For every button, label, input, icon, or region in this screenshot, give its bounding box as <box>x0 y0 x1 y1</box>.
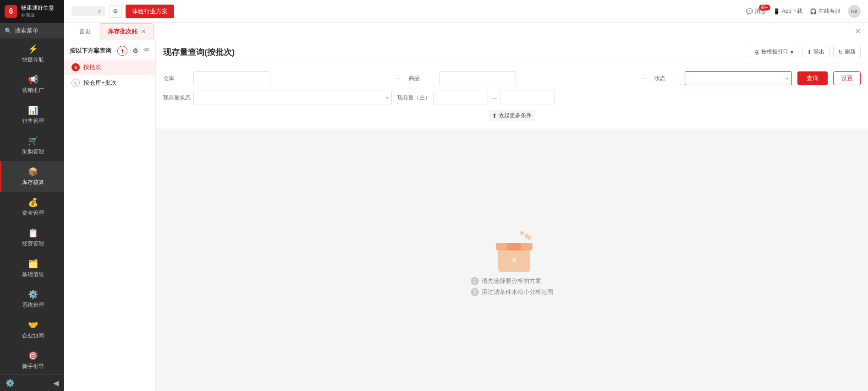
quick-nav-label: 快捷导航 <box>22 56 44 64</box>
sidebar-item-basic[interactable]: 🗂️ 基础信息 <box>0 253 64 284</box>
scheme-dot-filled: ⚙ <box>71 63 80 71</box>
sidebar-item-purchase[interactable]: 🛒 采购管理 <box>0 130 64 161</box>
sidebar-item-quick-nav[interactable]: ⚡ 快捷导航 <box>0 38 64 69</box>
user-avatar: Rit <box>848 5 861 18</box>
filter-row-1: 仓库 ··· 商品 ··· 状态 <box>163 71 861 85</box>
headset-icon: 🎧 <box>810 8 817 15</box>
sidebar-item-enterprise[interactable]: 🤝 企业协同 <box>0 315 64 345</box>
tab-inventory-batch[interactable]: 库存批次账 ✕ <box>100 23 154 40</box>
empty-hint-1: 1 请先选择要分析的方案 <box>471 277 553 285</box>
refresh-btn[interactable]: ↻ 刷新 <box>833 46 861 58</box>
app-download-btn[interactable]: 📱 App下载 <box>773 7 802 15</box>
empty-svg: ★ <box>489 224 539 274</box>
experience-btn[interactable]: 体验行业方案 <box>126 5 174 18</box>
tab-home-label: 首页 <box>79 27 91 36</box>
marketing-icon: 📢 <box>28 75 38 85</box>
collapse-label: 收起更多条件 <box>499 112 532 119</box>
scheme-dot-outline: ⊙ <box>71 79 80 87</box>
add-scheme-btn[interactable]: + <box>117 46 127 56</box>
sidebar-item-operations[interactable]: 📋 经营管理 <box>0 223 64 253</box>
hint-num-1: 1 <box>471 277 479 285</box>
sidebar-settings-icon[interactable]: ⚙️ <box>5 379 15 387</box>
tabbar: 首页 库存批次账 ✕ ✕ <box>64 23 868 40</box>
query-btn[interactable]: 查询 <box>797 71 828 85</box>
hint-text-1: 请先选择要分析的方案 <box>482 277 541 285</box>
tab-home[interactable]: 首页 <box>71 24 98 39</box>
topbar: ▾ ⚙ 体验行业方案 💬 消息 99+ 📱 App下载 🎧 在线客服 <box>64 0 868 23</box>
warehouse-input[interactable] <box>193 71 270 85</box>
search-menu-label: 搜索菜单 <box>15 27 38 35</box>
export-btn[interactable]: ⬆ 导出 <box>802 46 830 58</box>
empty-illustration: ★ <box>489 224 535 270</box>
logo-icon: 6 <box>5 5 17 18</box>
stock-quantity-end-input[interactable] <box>500 91 555 104</box>
stock-status-select[interactable] <box>193 91 392 104</box>
svg-text:★: ★ <box>510 255 518 265</box>
tabbar-close-btn[interactable]: ✕ <box>855 27 861 36</box>
stock-quantity-start-input[interactable] <box>433 91 488 104</box>
basic-label: 基础信息 <box>22 271 44 278</box>
print-btn[interactable]: 🖨 按模板打印 ▾ <box>749 46 798 58</box>
content-area: 按以下方案查询 + ⚙ ≪ ⚙ 按批次 <box>64 40 868 391</box>
sidebar-item-newguide[interactable]: 🎯 新手引导 <box>0 345 64 375</box>
tab-inventory-batch-label: 库存批次账 <box>108 27 137 36</box>
customer-service-label: 在线客服 <box>819 7 841 15</box>
tab-inventory-batch-close[interactable]: ✕ <box>141 28 146 35</box>
collapse-more-btn[interactable]: ⬆ 收起更多条件 <box>489 110 535 121</box>
goods-dots-btn[interactable]: ··· <box>641 75 646 82</box>
goods-input[interactable] <box>439 71 516 85</box>
search-menu[interactable]: 🔍 搜索菜单 <box>0 23 64 38</box>
operations-label: 经营管理 <box>22 240 44 248</box>
panel-title: 按以下方案查询 + ⚙ ≪ <box>64 46 155 60</box>
topbar-left: ▾ ⚙ 体验行业方案 <box>71 5 742 18</box>
filter-row-2: 现存量状态 ▾ 现存量（主） — <box>163 91 861 104</box>
phone-icon: 📱 <box>773 8 780 15</box>
operations-icon: 📋 <box>28 228 38 238</box>
print-icon: 🖨 <box>754 49 759 55</box>
export-icon: ⬆ <box>807 49 812 55</box>
hint-text-2: 用过滤条件来缩小分析范围 <box>482 288 553 296</box>
sales-label: 销售管理 <box>22 117 44 125</box>
user-profile-btn[interactable]: Rit <box>848 5 861 18</box>
plus-icon: + <box>121 47 124 54</box>
refresh-label: 刷新 <box>845 48 856 56</box>
enterprise-icon: 🤝 <box>28 320 38 330</box>
right-content: 现存量查询(按批次) 🖨 按模板打印 ▾ ⬆ 导出 ↻ 刷新 <box>156 40 868 391</box>
logo-text-block: 畅康通好生意 标准版 <box>21 5 54 18</box>
app-name: 畅康通好生意 <box>21 5 54 12</box>
warehouse-dots-btn[interactable]: ··· <box>395 75 401 82</box>
settings-scheme-btn[interactable]: ⚙ <box>130 46 140 56</box>
messages-btn[interactable]: 💬 消息 99+ <box>746 7 766 15</box>
sidebar-collapse-icon[interactable]: ◀ <box>53 379 59 387</box>
system-label: 系统管理 <box>22 301 44 309</box>
scheme-by-batch[interactable]: ⚙ 按批次 <box>64 60 155 75</box>
system-icon: ⚙️ <box>28 289 38 299</box>
scheme-by-warehouse-batch[interactable]: ⊙ 按仓库+批次 <box>64 75 155 91</box>
page-header-actions: 🖨 按模板打印 ▾ ⬆ 导出 ↻ 刷新 <box>749 46 861 58</box>
panel-collapse-btn[interactable]: ≪ <box>143 46 150 56</box>
inventory-label: 库存核算 <box>22 179 44 186</box>
settings-btn[interactable]: 设置 <box>833 71 861 85</box>
chevron-up-icon: ⬆ <box>492 113 497 119</box>
sidebar-item-sales[interactable]: 📊 销售管理 <box>0 100 64 130</box>
marketing-label: 营销推广 <box>22 87 44 94</box>
sidebar-item-system[interactable]: ⚙️ 系统管理 <box>0 284 64 315</box>
scheme-by-warehouse-batch-label: 按仓库+批次 <box>83 79 117 87</box>
topbar-settings-btn[interactable]: ⚙ <box>109 5 122 18</box>
sidebar-bottom: ⚙️ ◀ <box>0 375 64 391</box>
settings-icon: ⚙ <box>113 8 118 15</box>
purchase-label: 采购管理 <box>22 148 44 156</box>
sidebar-item-inventory[interactable]: 📦 库存核算 <box>0 161 64 192</box>
newguide-icon: 🎯 <box>28 351 38 361</box>
sidebar-item-finance[interactable]: 💰 资金管理 <box>0 192 64 223</box>
status-select-wrap: ▾ <box>685 71 792 85</box>
warehouse-label: 仓库 <box>163 75 191 82</box>
status-select[interactable] <box>685 71 792 85</box>
print-dropdown-icon: ▾ <box>791 49 793 55</box>
customer-service-btn[interactable]: 🎧 在线客服 <box>810 7 841 15</box>
goods-input-wrap: ··· <box>439 71 649 85</box>
export-label: 导出 <box>813 48 824 56</box>
breadcrumb-dropdown-icon[interactable]: ▾ <box>98 8 101 15</box>
sidebar-item-marketing[interactable]: 📢 营销推广 <box>0 69 64 100</box>
finance-label: 资金管理 <box>22 209 44 217</box>
